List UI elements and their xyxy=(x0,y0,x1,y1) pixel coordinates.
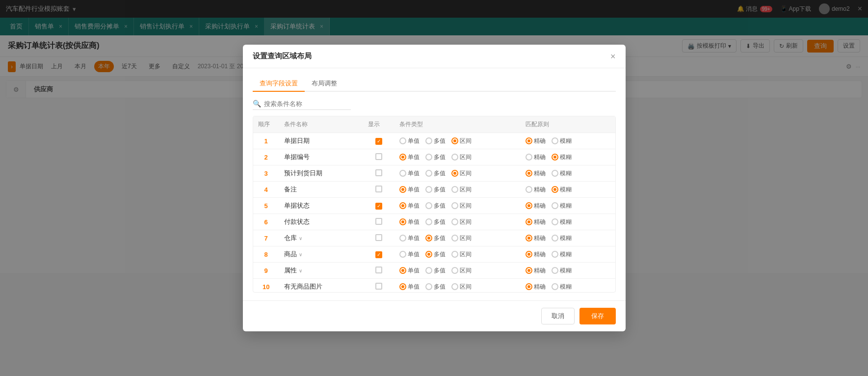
radio-type-type_range[interactable]: 区间 xyxy=(451,234,472,242)
radio-match-match_fuzzy[interactable]: 模糊 xyxy=(552,267,572,273)
radio-label: 单值 xyxy=(408,153,420,161)
display-checkbox[interactable] xyxy=(375,169,382,176)
radio-circle xyxy=(451,170,458,177)
cell-display[interactable] xyxy=(363,263,395,273)
radio-match-match_exact[interactable]: 精确 xyxy=(526,169,546,178)
radio-match-match_fuzzy[interactable]: 模糊 xyxy=(552,137,572,145)
radio-match-match_fuzzy[interactable]: 模糊 xyxy=(552,250,572,259)
radio-type-type_range[interactable]: 区间 xyxy=(451,202,472,210)
radio-type-type_single[interactable]: 单值 xyxy=(399,234,420,242)
radio-match-match_exact[interactable]: 精确 xyxy=(526,250,546,259)
display-checkbox[interactable]: ✓ xyxy=(375,203,382,210)
radio-type-type_multi[interactable]: 多值 xyxy=(425,202,446,210)
radio-type-type_multi[interactable]: 多值 xyxy=(425,137,446,145)
cell-order: 9 xyxy=(253,263,279,273)
radio-type-type_range[interactable]: 区间 xyxy=(451,186,472,194)
radio-type-type_range[interactable]: 区间 xyxy=(451,153,472,161)
cell-display[interactable] xyxy=(363,230,395,246)
radio-circle xyxy=(552,170,558,177)
radio-label: 多值 xyxy=(434,202,446,210)
radio-type-type_multi[interactable]: 多值 xyxy=(425,250,446,259)
cell-display[interactable] xyxy=(363,214,395,230)
cell-order: 8 xyxy=(253,246,279,263)
radio-type-type_range[interactable]: 区间 xyxy=(451,250,472,259)
radio-match-match_exact[interactable]: 精确 xyxy=(526,234,546,242)
display-checkbox[interactable] xyxy=(375,267,382,273)
radio-type-type_single[interactable]: 单值 xyxy=(399,267,420,273)
radio-circle xyxy=(526,218,532,225)
radio-label: 多值 xyxy=(434,153,446,161)
display-checkbox[interactable]: ✓ xyxy=(375,138,382,145)
radio-circle xyxy=(451,235,458,242)
display-checkbox[interactable]: ✓ xyxy=(375,251,382,258)
cell-name: 单据编号 xyxy=(279,149,363,165)
display-checkbox[interactable] xyxy=(375,186,382,192)
radio-type-type_multi[interactable]: 多值 xyxy=(425,153,446,161)
radio-type-type_single[interactable]: 单值 xyxy=(399,250,420,259)
radio-type-type_range[interactable]: 区间 xyxy=(451,137,472,145)
cell-display[interactable]: ✓ xyxy=(363,133,395,149)
tab-query-fields[interactable]: 查询字段设置 xyxy=(253,76,305,92)
radio-circle xyxy=(399,218,406,225)
radio-match-match_fuzzy[interactable]: 模糊 xyxy=(552,186,572,194)
cell-display[interactable] xyxy=(363,165,395,182)
radio-label: 模糊 xyxy=(560,186,572,194)
radio-label: 模糊 xyxy=(560,153,572,161)
modal-close-button[interactable]: × xyxy=(610,52,616,61)
cell-display[interactable] xyxy=(363,182,395,198)
radio-type-type_single[interactable]: 单值 xyxy=(399,169,420,178)
radio-match-match_fuzzy[interactable]: 模糊 xyxy=(552,153,572,161)
radio-circle xyxy=(451,137,458,144)
radio-type-type_range[interactable]: 区间 xyxy=(451,169,472,178)
radio-circle xyxy=(425,186,432,193)
radio-match-match_exact[interactable]: 精确 xyxy=(526,218,546,226)
radio-match-match_exact[interactable]: 精确 xyxy=(526,202,546,210)
cell-display[interactable]: ✓ xyxy=(363,246,395,263)
radio-label: 区间 xyxy=(460,137,472,145)
radio-type-type_single[interactable]: 单值 xyxy=(399,218,420,226)
cell-order: 3 xyxy=(253,165,279,182)
tab-layout[interactable]: 布局调整 xyxy=(305,76,344,92)
display-checkbox[interactable] xyxy=(375,218,382,225)
radio-match-match_fuzzy[interactable]: 模糊 xyxy=(552,169,572,178)
radio-match-match_fuzzy[interactable]: 模糊 xyxy=(552,202,572,210)
cell-display[interactable]: ✓ xyxy=(363,198,395,214)
radio-type-type_multi[interactable]: 多值 xyxy=(425,267,446,273)
display-checkbox[interactable] xyxy=(375,234,382,241)
th-order: 顺序 xyxy=(253,116,279,133)
radio-type-type_single[interactable]: 单值 xyxy=(399,186,420,194)
radio-type-type_range[interactable]: 区间 xyxy=(451,267,472,273)
radio-type-type_multi[interactable]: 多值 xyxy=(425,234,446,242)
radio-match-match_exact[interactable]: 精确 xyxy=(526,267,546,273)
radio-type-type_multi[interactable]: 多值 xyxy=(425,186,446,194)
radio-match-match_exact[interactable]: 精确 xyxy=(526,186,546,194)
radio-type-type_range[interactable]: 区间 xyxy=(451,218,472,226)
radio-label: 精确 xyxy=(534,218,546,226)
radio-type-type_single[interactable]: 单值 xyxy=(399,202,420,210)
th-display: 显示 xyxy=(363,116,395,133)
cell-type: 单值多值区间 xyxy=(395,230,521,246)
table-row: 3预计到货日期单值多值区间精确模糊 xyxy=(253,165,615,182)
radio-circle xyxy=(526,267,532,273)
radio-circle xyxy=(399,137,406,144)
radio-match-match_fuzzy[interactable]: 模糊 xyxy=(552,218,572,226)
cell-match: 精确模糊 xyxy=(521,246,615,263)
radio-type-type_single[interactable]: 单值 xyxy=(399,153,420,161)
radio-circle xyxy=(552,186,558,193)
radio-circle xyxy=(399,154,406,161)
radio-circle xyxy=(425,137,432,144)
search-icon: 🔍 xyxy=(253,100,261,107)
search-input[interactable] xyxy=(264,100,342,107)
radio-match-match_exact[interactable]: 精确 xyxy=(526,137,546,145)
radio-type-type_multi[interactable]: 多值 xyxy=(425,169,446,178)
radio-label: 精确 xyxy=(534,153,546,161)
radio-type-type_multi[interactable]: 多值 xyxy=(425,218,446,226)
radio-circle xyxy=(526,137,532,144)
radio-match-match_fuzzy[interactable]: 模糊 xyxy=(552,234,572,242)
radio-type-type_single[interactable]: 单值 xyxy=(399,137,420,145)
display-checkbox[interactable] xyxy=(375,153,382,160)
radio-match-match_exact[interactable]: 精确 xyxy=(526,153,546,161)
radio-label: 单值 xyxy=(408,250,420,259)
radio-circle xyxy=(552,218,558,225)
cell-display[interactable] xyxy=(363,149,395,165)
